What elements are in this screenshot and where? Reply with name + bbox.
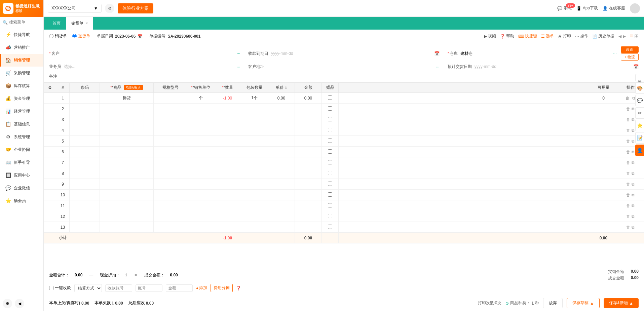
- product-count-icon[interactable]: ⊙: [505, 301, 509, 306]
- delete-icon-4[interactable]: 🗑: [626, 128, 630, 133]
- history-btn[interactable]: 📄 历史单据: [592, 33, 614, 39]
- trial-button[interactable]: 体验行业方案: [118, 3, 153, 13]
- settings-quick-btn[interactable]: 设置: [621, 46, 639, 53]
- gift-checkbox-3[interactable]: [328, 117, 332, 121]
- help-btn[interactable]: ❓ 帮助: [500, 33, 514, 39]
- customer-expand-icon[interactable]: ···: [237, 51, 240, 56]
- copy-icon-8[interactable]: ⧉: [632, 171, 635, 176]
- expense-help-icon[interactable]: ❓: [236, 286, 241, 290]
- row-spec-1[interactable]: [154, 93, 187, 104]
- company-selector[interactable]: XXXXXX公司 ▼: [48, 4, 102, 13]
- sidebar-item-marketing[interactable]: 📣 营销推广: [0, 41, 43, 54]
- copy-icon-2[interactable]: ⧉: [632, 107, 635, 111]
- copy-icon-9[interactable]: ⧉: [632, 182, 635, 187]
- sidebar-settings-btn[interactable]: ⚙: [3, 299, 12, 308]
- scan-btn[interactable]: 扫码录入: [124, 85, 143, 90]
- delete-icon-6[interactable]: 🗑: [626, 150, 630, 154]
- row-qty-1[interactable]: -1.00: [214, 93, 241, 104]
- account-sub-input[interactable]: [136, 284, 162, 292]
- salesperson-input[interactable]: [63, 63, 235, 70]
- gift-checkbox-4[interactable]: [328, 128, 332, 132]
- one-click-pay-input[interactable]: [49, 286, 53, 290]
- payment-date-input[interactable]: [270, 50, 432, 57]
- copy-icon-4[interactable]: ⧉: [632, 128, 635, 133]
- th-settings[interactable]: ⚙: [44, 83, 56, 93]
- gift-checkbox-12[interactable]: [328, 214, 332, 218]
- delete-icon-10[interactable]: 🗑: [626, 193, 630, 197]
- prev-icon[interactable]: ◀: [618, 34, 621, 39]
- tab-home[interactable]: 首页: [47, 17, 66, 30]
- calendar-icon[interactable]: 📅: [138, 34, 143, 39]
- gift-checkbox-11[interactable]: [328, 203, 332, 207]
- gift-checkbox-10[interactable]: [328, 192, 332, 197]
- account-input[interactable]: [105, 284, 132, 292]
- expected-cal-icon[interactable]: 📅: [633, 64, 639, 69]
- gift-checkbox-7[interactable]: [328, 160, 332, 164]
- delete-icon-2[interactable]: 🗑: [626, 107, 630, 111]
- gift-checkbox-5[interactable]: [328, 139, 332, 143]
- delete-icon-13[interactable]: 🗑: [626, 225, 630, 230]
- add-payment-btn[interactable]: ● 添加: [196, 285, 207, 291]
- copy-icon-13[interactable]: ⧉: [632, 225, 635, 230]
- customer-addr-expand-icon[interactable]: ···: [436, 65, 440, 69]
- delete-icon-7[interactable]: 🗑: [626, 160, 630, 165]
- copy-icon-1[interactable]: ⧉: [632, 96, 635, 101]
- gift-checkbox-1[interactable]: [328, 95, 332, 100]
- float-edit-btn[interactable]: 📝: [635, 132, 644, 144]
- app-download-btn[interactable]: 📱 App下载: [576, 5, 598, 11]
- one-click-pay-check[interactable]: 一键收款: [49, 285, 71, 291]
- delete-icon-1[interactable]: 🗑: [626, 96, 630, 101]
- delete-icon-8[interactable]: 🗑: [626, 171, 630, 176]
- customer-addr-input[interactable]: [266, 63, 434, 70]
- sidebar-item-system[interactable]: ⚙ 系统管理: [0, 130, 43, 143]
- float-feedback-btn[interactable]: 💬: [635, 95, 644, 106]
- sidebar-item-basic[interactable]: 📋 基础信息: [0, 118, 43, 130]
- radio-return-input[interactable]: [72, 34, 77, 38]
- discount-info-icon[interactable]: ℹ: [125, 273, 127, 277]
- tab-close-icon[interactable]: ×: [85, 21, 88, 26]
- sidebar-item-enterprise[interactable]: 🤝 企业协同: [0, 143, 43, 156]
- sidebar-item-operation[interactable]: 📊 经营管理: [0, 105, 43, 118]
- video-btn[interactable]: ▶ 视频: [484, 33, 496, 39]
- tab-sale-order[interactable]: 销货单 ×: [66, 17, 93, 30]
- float-bookmark-btn[interactable]: ⭐: [635, 120, 644, 131]
- sidebar-item-shortcut[interactable]: ⚡ 快捷导航: [0, 28, 43, 41]
- payment-cal-icon[interactable]: 📅: [434, 51, 440, 56]
- copy-icon-7[interactable]: ⧉: [632, 160, 635, 165]
- copy-icon-5[interactable]: ⧉: [632, 139, 635, 144]
- grid-view-icon[interactable]: ⊞: [634, 33, 639, 39]
- delete-icon-9[interactable]: 🗑: [626, 182, 630, 187]
- sidebar-item-finance[interactable]: 💰 资金管理: [0, 92, 43, 105]
- global-settings-btn[interactable]: ⚙: [105, 4, 114, 13]
- sidebar-item-sales[interactable]: 🏠 销售管理: [0, 54, 43, 67]
- price-info-icon[interactable]: ℹ: [285, 85, 287, 90]
- float-annotate-btn[interactable]: ✏: [635, 107, 644, 119]
- logistics-btn[interactable]: + 物流: [621, 53, 639, 61]
- amount-input[interactable]: [166, 284, 193, 292]
- gift-checkbox-13[interactable]: [328, 225, 332, 229]
- row-barcode-1[interactable]: [70, 93, 100, 104]
- float-settings-btn[interactable]: 设置: [635, 74, 644, 81]
- select-order-btn[interactable]: ☰ 选单: [541, 33, 554, 39]
- row-gift-1[interactable]: [322, 93, 339, 104]
- warehouse-expand-icon[interactable]: ···: [613, 51, 616, 56]
- discard-button[interactable]: 放弃: [543, 298, 563, 308]
- radio-sale-input[interactable]: [49, 34, 53, 38]
- shortcut-btn[interactable]: ⌨ 快捷键: [518, 33, 537, 39]
- sidebar-item-inventory[interactable]: 📦 库存核算: [0, 79, 43, 92]
- online-service-btn[interactable]: 👤 在线客服: [603, 5, 625, 11]
- gift-checkbox-9[interactable]: [328, 182, 332, 186]
- user-avatar[interactable]: [630, 3, 640, 13]
- delete-icon-11[interactable]: 🗑: [626, 203, 630, 208]
- copy-icon-11[interactable]: ⧉: [632, 203, 635, 208]
- salesperson-expand-icon[interactable]: ···: [237, 65, 240, 69]
- row-price-1[interactable]: 0.00: [268, 93, 295, 104]
- sidebar-collapse-btn[interactable]: ◀: [15, 299, 24, 308]
- copy-icon-10[interactable]: ⧉: [632, 193, 635, 197]
- ops-btn[interactable]: ⋯ 操作: [575, 33, 588, 39]
- delete-icon-3[interactable]: 🗑: [626, 117, 630, 122]
- sidebar-item-purchase[interactable]: 🛒 采购管理: [0, 67, 43, 79]
- expense-split-btn[interactable]: 费用分摊: [211, 284, 233, 292]
- copy-icon-12[interactable]: ⧉: [632, 214, 635, 219]
- sidebar-item-guide[interactable]: 📖 新手引导: [0, 156, 43, 169]
